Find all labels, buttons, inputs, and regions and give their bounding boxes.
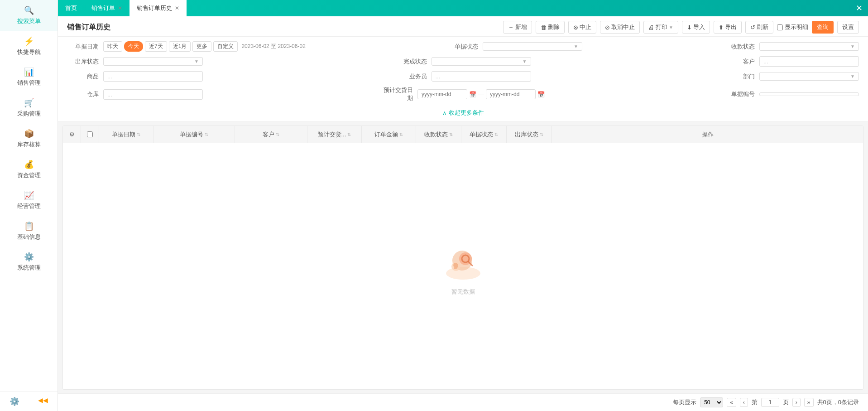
complete-select[interactable]: ▼ <box>432 57 531 66</box>
quick-nav-icon: ⚡ <box>24 36 34 46</box>
export-button[interactable]: ⬆ 导出 <box>714 21 742 34</box>
salesperson-input[interactable]: ... <box>432 71 531 82</box>
last-page-btn[interactable]: » <box>804 398 814 407</box>
delivery-date-from[interactable] <box>417 89 467 99</box>
basic-info-icon: 📋 <box>24 221 34 231</box>
sidebar-item-purchase-mgmt[interactable]: 🛒 采购管理 <box>0 92 58 123</box>
th-order-no[interactable]: 单据编号 ⇅ <box>153 126 235 143</box>
delete-button[interactable]: 🗑 删除 <box>536 21 565 34</box>
refresh-icon: ↺ <box>750 24 755 31</box>
date-btn-yesterday[interactable]: 昨天 <box>103 41 122 52</box>
th-settings[interactable]: ⚙ <box>63 126 81 143</box>
dept-select[interactable]: ▼ <box>759 72 859 81</box>
order-status-select[interactable]: ▼ <box>483 42 582 51</box>
date-btn-last7[interactable]: 近7天 <box>145 41 167 52</box>
delivery-date-to[interactable] <box>486 89 536 99</box>
tab-sales-order[interactable]: 销售订单 ✕ <box>84 0 129 16</box>
empty-svg <box>441 237 486 282</box>
th-date[interactable]: 单据日期 ⇅ <box>99 126 153 143</box>
sidebar-item-label: 基础信息 <box>17 233 41 241</box>
sidebar-item-basic-info[interactable]: 📋 基础信息 <box>0 216 58 247</box>
tab-sales-order-history-close[interactable]: ✕ <box>175 5 179 11</box>
content: 销售订单历史 ＋ 新增 🗑 删除 ⊗ 中止 ⊘ 取消中止 <box>58 16 868 411</box>
sidebar-item-inventory[interactable]: 📦 库存核算 <box>0 123 58 154</box>
product-input[interactable]: ... <box>103 71 203 82</box>
display-detail-label[interactable]: 显示明细 <box>777 23 808 31</box>
stock-out-dropdown-icon: ▼ <box>194 59 199 64</box>
cancel-stop-button[interactable]: ⊘ 取消中止 <box>600 21 640 34</box>
display-detail-checkbox[interactable] <box>777 24 783 30</box>
page-title: 销售订单历史 <box>67 23 110 32</box>
customer-input[interactable]: ... <box>759 56 859 67</box>
new-button[interactable]: ＋ 新增 <box>503 21 532 34</box>
date-btn-today[interactable]: 今天 <box>124 41 143 52</box>
sidebar-collapse-icon[interactable]: ◀◀ <box>38 396 48 406</box>
query-button[interactable]: 查询 <box>812 21 834 34</box>
settings-button[interactable]: 设置 <box>837 21 859 34</box>
tab-sales-order-history-label: 销售订单历史 <box>137 4 172 12</box>
sidebar-item-sales-mgmt[interactable]: 📊 销售管理 <box>0 62 58 92</box>
delivery-date-cal-icon[interactable]: 📅 <box>469 91 476 98</box>
stop-label: 中止 <box>580 23 591 31</box>
sidebar-item-label: 采购管理 <box>17 110 41 118</box>
collapse-label: 收起更多条件 <box>449 109 484 117</box>
sort-customer-icon: ⇅ <box>276 132 279 137</box>
sort-date-icon: ⇅ <box>137 132 140 137</box>
page-size-select[interactable]: 10 20 50 100 <box>700 397 723 407</box>
print-button[interactable]: 🖨 打印 ▼ <box>643 21 678 34</box>
stock-out-select[interactable]: ▼ <box>103 57 203 66</box>
first-page-btn[interactable]: « <box>727 398 736 407</box>
collapse-bar[interactable]: ∧ 收起更多条件 <box>67 107 859 117</box>
import-button[interactable]: ⬇ 导入 <box>682 21 710 34</box>
th-operation-label: 操作 <box>702 131 714 139</box>
tab-home-label: 首页 <box>65 4 77 12</box>
sidebar-item-system-mgmt[interactable]: ⚙️ 系统管理 <box>0 247 58 277</box>
date-btn-custom[interactable]: 自定义 <box>213 41 238 52</box>
refresh-button[interactable]: ↺ 刷新 <box>745 21 773 34</box>
th-amount-label: 订单金额 <box>374 131 398 139</box>
th-operation: 操作 <box>552 126 863 143</box>
th-amount[interactable]: 订单金额 ⇅ <box>362 126 416 143</box>
tab-sales-order-close[interactable]: ✕ <box>118 5 122 11</box>
page-input[interactable] <box>761 398 779 407</box>
delivery-date-cal-icon2[interactable]: 📅 <box>537 91 545 98</box>
filter-row-4: 仓库 ... 预计交货日期 📅 — 📅 单据编号 <box>67 86 859 102</box>
salesperson-ellipsis: ... <box>436 73 441 80</box>
sidebar-item-search-menu[interactable]: 🔍 搜索菜单 <box>0 0 58 31</box>
warehouse-label: 仓库 <box>67 90 99 98</box>
sidebar-item-capital-mgmt[interactable]: 💰 资金管理 <box>0 154 58 185</box>
stock-out-label: 出库状态 <box>67 58 99 66</box>
next-page-btn[interactable]: › <box>792 398 801 407</box>
settings-label: 设置 <box>842 23 854 31</box>
sidebar-item-operations[interactable]: 📈 经营管理 <box>0 185 58 216</box>
empty-text: 暂无数据 <box>451 288 475 296</box>
stop-button[interactable]: ⊗ 中止 <box>568 21 596 34</box>
th-stock-status[interactable]: 出库状态 ⇅ <box>507 126 552 143</box>
product-ellipsis: ... <box>107 73 112 80</box>
topbar-window-close[interactable]: ✕ <box>850 3 868 13</box>
collapse-icon: ∧ <box>442 110 447 116</box>
order-no-input[interactable] <box>759 92 859 96</box>
tab-sales-order-history[interactable]: 销售订单历史 ✕ <box>129 0 187 16</box>
th-pay-status[interactable]: 收款状态 ⇅ <box>416 126 461 143</box>
operations-icon: 📈 <box>24 190 34 200</box>
print-dropdown-icon: ▼ <box>669 25 673 30</box>
sidebar-item-label: 系统管理 <box>17 264 41 272</box>
topbar: 首页 销售订单 ✕ 销售订单历史 ✕ ✕ <box>58 0 868 16</box>
sidebar-item-quick-nav[interactable]: ⚡ 快捷导航 <box>0 31 58 62</box>
payment-status-select[interactable]: ▼ <box>759 42 859 51</box>
tab-home[interactable]: 首页 <box>58 0 84 16</box>
th-checkbox[interactable] <box>81 126 99 143</box>
select-all-checkbox[interactable] <box>87 131 93 137</box>
th-order-status[interactable]: 单据状态 ⇅ <box>461 126 507 143</box>
date-btn-more[interactable]: 更多 <box>192 41 211 52</box>
prev-page-btn[interactable]: ‹ <box>740 398 748 407</box>
sort-pay-icon: ⇅ <box>449 132 453 137</box>
th-delivery[interactable]: 预计交货... ⇅ <box>307 126 362 143</box>
warehouse-input[interactable]: ... <box>103 89 203 100</box>
sidebar-settings-icon[interactable]: ⚙️ <box>10 396 19 406</box>
th-order-no-label: 单据编号 <box>180 131 203 139</box>
th-customer[interactable]: 客户 ⇅ <box>235 126 307 143</box>
date-btn-last1m[interactable]: 近1月 <box>169 41 191 52</box>
payment-status-label: 收款状态 <box>723 43 755 51</box>
